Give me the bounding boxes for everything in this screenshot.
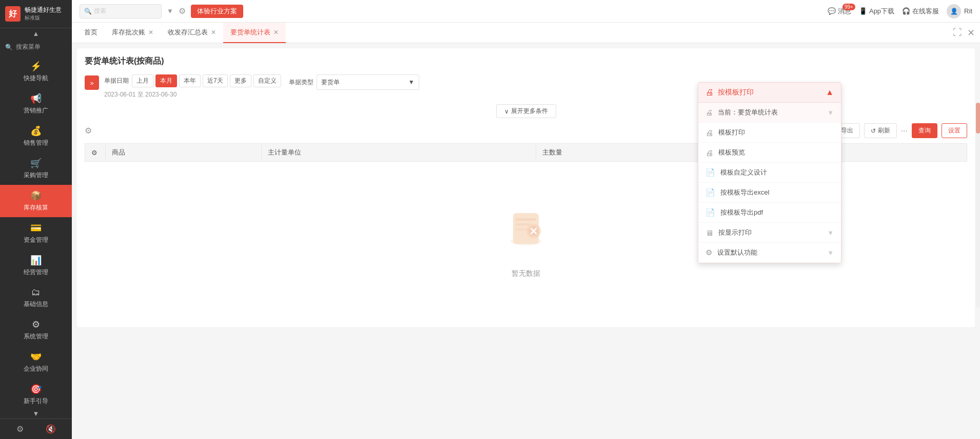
toolbar-left: ⚙ xyxy=(85,126,92,136)
sidebar-item-label: 基础信息 xyxy=(24,300,48,309)
tab-close-all-icon[interactable]: ✕ xyxy=(967,27,975,39)
app-download-button[interactable]: 📱 App下载 xyxy=(859,7,894,16)
topbar-dropdown-arrow[interactable]: ▼ xyxy=(167,7,173,15)
dropdown-current-left: 🖨 当前：要货单统计表 xyxy=(705,108,778,117)
sidebar-item-purchase[interactable]: 🛒 采购管理 xyxy=(0,152,72,185)
export-label: 导出 xyxy=(841,126,853,135)
col-unit: 主计量单位 xyxy=(261,144,536,162)
page-title: 要货单统计表(按商品) xyxy=(85,56,967,67)
purchase-icon: 🛒 xyxy=(30,158,42,169)
more-options-icon[interactable]: ··· xyxy=(901,126,908,136)
user-profile[interactable]: 👤 Rit xyxy=(947,4,972,18)
audio-footer-icon[interactable]: 🔇 xyxy=(46,424,56,434)
app-name: 畅捷通好生意 xyxy=(25,6,62,14)
message-button[interactable]: 💬 消息 99+ xyxy=(828,7,851,16)
tab-batch-account-close[interactable]: ✕ xyxy=(148,29,153,36)
dropdown-item-display-print[interactable]: 🖥 按显示打印 ▼ xyxy=(698,223,841,243)
sidebar-item-label: 采购管理 xyxy=(24,171,48,180)
current-template-arrow: ▼ xyxy=(827,109,834,117)
expand-more-label: 展开更多条件 xyxy=(511,107,548,116)
dropdown-item-template-print[interactable]: 🖨 模板打印 xyxy=(698,123,841,143)
topbar-search[interactable]: 🔍 搜索 xyxy=(80,4,162,18)
tab-order-stats[interactable]: 要货单统计表 ✕ xyxy=(223,23,286,43)
dropdown-collapse-icon[interactable]: ▲ xyxy=(826,88,834,97)
app-download-icon: 📱 xyxy=(859,7,867,15)
refresh-button[interactable]: ↺ 刷新 xyxy=(864,123,897,138)
sidebar-item-finance[interactable]: 💳 资金管理 xyxy=(0,217,72,250)
topbar-gear-icon[interactable]: ⚙ xyxy=(179,6,186,16)
sidebar-item-quick-nav[interactable]: ⚡ 快捷导航 xyxy=(0,55,72,88)
query-button[interactable]: 查询 xyxy=(912,123,937,138)
topbar-search-icon: 🔍 xyxy=(84,8,92,15)
dropdown-item-template-preview[interactable]: 🖨 模板预览 xyxy=(698,143,841,163)
dropdown-item-template-custom[interactable]: 📄 模板自定义设计 xyxy=(698,163,841,183)
display-print-icon: 🖥 xyxy=(705,228,713,237)
dropdown-item-template-pdf[interactable]: 📄 按模板导出pdf xyxy=(698,203,841,223)
settings-col-icon: ⚙ xyxy=(91,149,97,157)
setup-button[interactable]: 设置 xyxy=(942,123,967,138)
scrollbar-thumb[interactable] xyxy=(976,103,980,133)
topbar-right: 💬 消息 99+ 📱 App下载 🎧 在线客服 👤 Rit xyxy=(828,4,972,18)
app-logo: 好 畅捷通好生意 标准版 xyxy=(0,0,72,28)
guide-icon: 🎯 xyxy=(30,384,42,395)
template-custom-icon: 📄 xyxy=(705,168,715,177)
sidebar-item-marketing[interactable]: 📢 营销推广 xyxy=(0,88,72,120)
sidebar-scroll-up[interactable]: ▲ xyxy=(0,28,72,39)
sidebar-item-sales[interactable]: 💰 销售管理 xyxy=(0,120,72,152)
sidebar-item-inventory[interactable]: 📦 库存核算 xyxy=(0,185,72,217)
tab-order-stats-close[interactable]: ✕ xyxy=(273,29,279,36)
inventory-icon: 📦 xyxy=(30,190,42,201)
tab-expand-icon[interactable]: ⛶ xyxy=(953,27,962,38)
topbar-search-placeholder: 搜索 xyxy=(94,7,106,15)
svg-rect-3 xyxy=(516,223,531,225)
sidebar-item-label: 营销推广 xyxy=(24,106,48,115)
dropdown-item-template-excel[interactable]: 📄 按模板导出excel xyxy=(698,183,841,203)
template-print-icon: 🖨 xyxy=(705,128,713,137)
date-btn-7days[interactable]: 近7天 xyxy=(203,74,228,87)
page-content: 要货单统计表(按商品) » 单据日期 上月 本月 本年 近7天 xyxy=(72,43,980,439)
sidebar-search[interactable]: 🔍 搜索菜单 xyxy=(0,39,72,55)
logo-text: 畅捷通好生意 标准版 xyxy=(25,6,62,22)
table-settings-icon[interactable]: ⚙ xyxy=(85,126,92,136)
sidebar-item-guide[interactable]: 🎯 新手引导 xyxy=(0,378,72,408)
tab-batch-account-label: 库存批次账 xyxy=(112,28,145,37)
tabbar: 首页 库存批次账 ✕ 收发存汇总表 ✕ 要货单统计表 ✕ ⛶ ✕ xyxy=(72,23,980,43)
template-excel-label: 按模板导出excel xyxy=(720,188,769,197)
quick-nav-icon: ⚡ xyxy=(30,61,42,72)
sidebar-item-label: 新手引导 xyxy=(24,397,48,406)
template-preview-icon: 🖨 xyxy=(705,148,713,157)
type-filter-select[interactable]: 要货单 ▼ xyxy=(317,74,419,90)
filter-expand-button[interactable]: » xyxy=(85,75,99,90)
sidebar-item-operation[interactable]: 📊 经营管理 xyxy=(0,250,72,282)
scrollbar-track xyxy=(976,103,980,308)
date-btn-custom[interactable]: 自定义 xyxy=(253,74,281,87)
tab-home[interactable]: 首页 xyxy=(77,23,105,43)
sidebar-scroll-down[interactable]: ▼ xyxy=(0,408,72,418)
dropdown-item-set-default[interactable]: ⚙ 设置默认功能 ▼ xyxy=(698,243,841,263)
refresh-icon: ↺ xyxy=(871,127,876,135)
settings-footer-icon[interactable]: ⚙ xyxy=(16,424,24,434)
online-service-button[interactable]: 🎧 在线客服 xyxy=(902,7,939,16)
empty-text: 暂无数据 xyxy=(512,269,540,278)
date-btn-last-month[interactable]: 上月 xyxy=(132,74,153,87)
date-btn-this-month[interactable]: 本月 xyxy=(155,74,177,87)
dropdown-header-label: 按模板打印 xyxy=(718,88,754,97)
dropdown-current-template[interactable]: 🖨 当前：要货单统计表 ▼ xyxy=(698,103,841,123)
dropdown-header: 🖨 按模板打印 ▲ xyxy=(698,83,841,103)
tab-receipt-summary[interactable]: 收发存汇总表 ✕ xyxy=(161,23,223,43)
query-label: 查询 xyxy=(918,126,931,135)
date-btn-more[interactable]: 更多 xyxy=(230,74,251,87)
sidebar-item-system[interactable]: ⚙ 系统管理 xyxy=(0,314,72,346)
sidebar-item-basic[interactable]: 🗂 基础信息 xyxy=(0,282,72,314)
col-settings[interactable]: ⚙ xyxy=(85,144,106,162)
trial-button[interactable]: 体验行业方案 xyxy=(191,5,243,18)
date-btn-this-year[interactable]: 本年 xyxy=(179,74,201,87)
type-filter-group: 单据类型 要货单 ▼ xyxy=(289,74,419,90)
tab-receipt-summary-close[interactable]: ✕ xyxy=(211,29,216,36)
set-default-left: ⚙ 设置默认功能 xyxy=(705,248,757,257)
current-template-icon: 🖨 xyxy=(705,108,713,117)
sidebar-item-collab[interactable]: 🤝 企业协同 xyxy=(0,346,72,378)
expand-more-button[interactable]: ∨ 展开更多条件 xyxy=(496,104,556,118)
tab-batch-account[interactable]: 库存批次账 ✕ xyxy=(105,23,161,43)
app-version: 标准版 xyxy=(25,14,62,22)
